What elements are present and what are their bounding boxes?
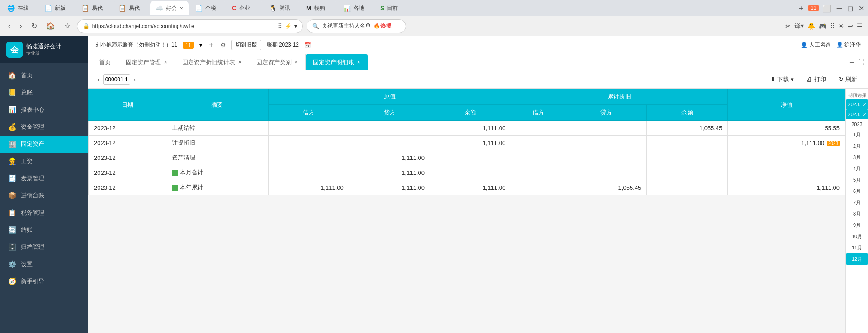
print-button[interactable]: 🖨 打印 xyxy=(803,74,830,85)
sidebar-item-guide[interactable]: 🧭 新手引导 xyxy=(0,273,88,290)
tab-close-asset-detail[interactable]: ✕ xyxy=(357,60,360,65)
tab-close-asset-category[interactable]: ✕ xyxy=(294,60,298,65)
table-main: 日期 摘要 原值 累计折旧 净值 借方 贷方 余额 借方 贷方 余额 xyxy=(88,89,845,333)
browser-tab-tengxun[interactable]: 🐧 腾讯 xyxy=(264,1,300,15)
browser-tab-yidai2[interactable]: 📋 易代 xyxy=(113,1,149,15)
print-icon: 🖨 xyxy=(807,76,812,83)
browser-tab-haohui[interactable]: ☁️ 好会 ✕ xyxy=(150,1,189,15)
switch-version-button[interactable]: 切到旧版 xyxy=(231,40,261,50)
period-item-8[interactable]: 8月 xyxy=(846,208,868,220)
theme-icon[interactable]: ☀ xyxy=(838,23,844,30)
cell-net-value: 55.55 xyxy=(728,121,845,136)
period-item-10[interactable]: 10月 xyxy=(846,231,868,242)
sidebar-item-invoice[interactable]: 🧾 发票管理 xyxy=(0,170,88,187)
tab-close-haohui[interactable]: ✕ xyxy=(179,6,183,11)
tab-close-depreciation-stats[interactable]: ✕ xyxy=(238,60,241,65)
forward-button[interactable]: › xyxy=(17,21,24,31)
sidebar-item-tax[interactable]: 📋 税务管理 xyxy=(0,204,88,221)
sidebar-item-home[interactable]: 🏠 首页 xyxy=(0,67,88,84)
cell-date: 2023-12 xyxy=(89,136,166,150)
minimize-window-button[interactable]: ─ xyxy=(835,4,844,12)
back-button[interactable]: ‹ xyxy=(5,21,13,31)
cell-accum-balance xyxy=(647,136,728,150)
home-icon: 🏠 xyxy=(8,71,16,80)
th-accum-balance: 余额 xyxy=(647,105,728,121)
hot-search-label: 🔥热搜 xyxy=(373,22,391,30)
sidebar-item-funds[interactable]: 💰 资金管理 xyxy=(0,118,88,136)
sidebar-item-closing[interactable]: 🔄 结账 xyxy=(0,221,88,239)
next-page-button[interactable]: › xyxy=(132,75,138,84)
sidebar-item-inventory[interactable]: 📦 进销台账 xyxy=(0,187,88,204)
sidebar-item-reports[interactable]: 📊 报表中心 xyxy=(0,101,88,118)
restore-window-button[interactable]: ⬜ xyxy=(821,4,833,13)
sidebar-item-payroll[interactable]: 👷 工资 xyxy=(0,153,88,170)
tab-home[interactable]: 首页 xyxy=(92,54,118,70)
invoice-icon: 🧾 xyxy=(8,174,16,183)
refresh-button[interactable]: ↻ 刷新 xyxy=(835,74,861,85)
period-item-7[interactable]: 7月 xyxy=(846,197,868,208)
menu-icon[interactable]: ☰ xyxy=(857,23,863,30)
period-item-6[interactable]: 6月 xyxy=(846,186,868,197)
cell-accum-credit xyxy=(566,136,647,150)
browser-tab-yidai1[interactable]: 📋 易代 xyxy=(76,1,112,15)
consultant-button[interactable]: 👤 人工咨询 xyxy=(801,41,831,49)
wallet-icon[interactable]: 🐥 xyxy=(807,23,815,30)
home-button[interactable]: 🏠 xyxy=(43,21,58,31)
period-item-9[interactable]: 9月 xyxy=(846,220,868,231)
maximize-window-button[interactable]: ◻ xyxy=(845,4,855,13)
browser-tab-gedi[interactable]: 📊 各地 xyxy=(338,1,374,15)
tab-close-fixed-assets-mgmt[interactable]: ✕ xyxy=(164,60,167,65)
logo-text: 畅捷通好会计 xyxy=(26,43,61,51)
period-item-4[interactable]: 4月 xyxy=(846,163,868,174)
page-number-input[interactable] xyxy=(103,74,130,85)
period-badge: 11 xyxy=(183,42,193,49)
gamepad-icon[interactable]: 🎮 xyxy=(819,23,826,30)
new-tab-button[interactable]: ＋ xyxy=(796,4,807,13)
search-bar[interactable]: 🔍 央视更新主持人名单 🔥热搜 xyxy=(307,19,406,33)
cell-accum-debit xyxy=(511,136,566,150)
sidebar-item-ledger[interactable]: 📒 总账 xyxy=(0,84,88,101)
tab-depreciation-stats[interactable]: 固定资产折旧统计表 ✕ xyxy=(175,54,249,70)
scissors-icon[interactable]: ✂ xyxy=(785,23,791,30)
account-settings-button[interactable]: ⚙ xyxy=(220,42,226,49)
prev-page-button[interactable]: ‹ xyxy=(95,75,101,84)
expand-tab-button[interactable]: ⛶ xyxy=(858,59,864,66)
period-item-3[interactable]: 3月 xyxy=(846,152,868,163)
period-item-5[interactable]: 5月 xyxy=(846,174,868,186)
tab-asset-detail[interactable]: 固定资产明细账 ✕ xyxy=(306,54,368,70)
close-window-button[interactable]: ✕ xyxy=(857,4,866,13)
undo-icon[interactable]: ↩ xyxy=(848,23,853,30)
browser-tab-qiye[interactable]: C 企业 xyxy=(226,1,263,15)
period-item-12[interactable]: 12月 xyxy=(846,253,868,265)
browser-tab-chang[interactable]: M 畅购 xyxy=(301,1,337,15)
sidebar-item-archive[interactable]: 🗄️ 归档管理 xyxy=(0,239,88,256)
add-account-button[interactable]: ＋ xyxy=(208,40,215,50)
closing-icon: 🔄 xyxy=(8,226,16,234)
minimize-tab-button[interactable]: ─ xyxy=(850,59,854,66)
browser-tab-new[interactable]: 📄 新版 xyxy=(39,1,75,15)
apps-icon[interactable]: ⠿ xyxy=(830,23,835,30)
sidebar-item-fixed-assets[interactable]: 🏢 固定资产 xyxy=(0,136,88,153)
browser-tab-geshui[interactable]: 📄 个税 xyxy=(189,1,226,15)
dropdown-icon[interactable]: ▾ xyxy=(199,42,202,48)
lightning-icon: ⚡ xyxy=(285,23,292,29)
reload-button[interactable]: ↻ xyxy=(28,21,40,31)
period-item-selected2[interactable]: 2023.12 xyxy=(846,109,868,119)
bookmark-button[interactable]: ☆ xyxy=(61,21,73,31)
period-item-selected1[interactable]: 2023.12 xyxy=(846,99,868,109)
user-avatar-button[interactable]: 👤 徐泽华 xyxy=(836,41,861,49)
translate-icon[interactable]: 译▾ xyxy=(794,22,804,30)
calendar-icon[interactable]: 📅 xyxy=(304,42,311,48)
tab-asset-category[interactable]: 固定资产类别 ✕ xyxy=(249,54,306,70)
browser-tab-online[interactable]: 🌐 在线 xyxy=(2,1,38,15)
period-item-2[interactable]: 2月 xyxy=(846,141,868,152)
period-item-1[interactable]: 1月 xyxy=(846,129,868,141)
address-bar-input[interactable]: 🔒 https://cloud.chanjet.com/accounting/u… xyxy=(77,19,303,33)
tab-fixed-assets-mgmt[interactable]: 固定资产管理 ✕ xyxy=(118,54,175,70)
sidebar-item-settings[interactable]: ⚙️ 设置 xyxy=(0,256,88,273)
table-row: 2023-12 +本年累计 1,111.00 1,111.00 1,111.00… xyxy=(89,180,845,195)
download-button[interactable]: ⬇ 下载 ▾ xyxy=(767,74,797,85)
period-item-11[interactable]: 11月 xyxy=(846,242,868,253)
period-item-year[interactable]: 2023 xyxy=(846,119,868,129)
browser-tab-muqian[interactable]: S 目前 xyxy=(375,1,411,15)
